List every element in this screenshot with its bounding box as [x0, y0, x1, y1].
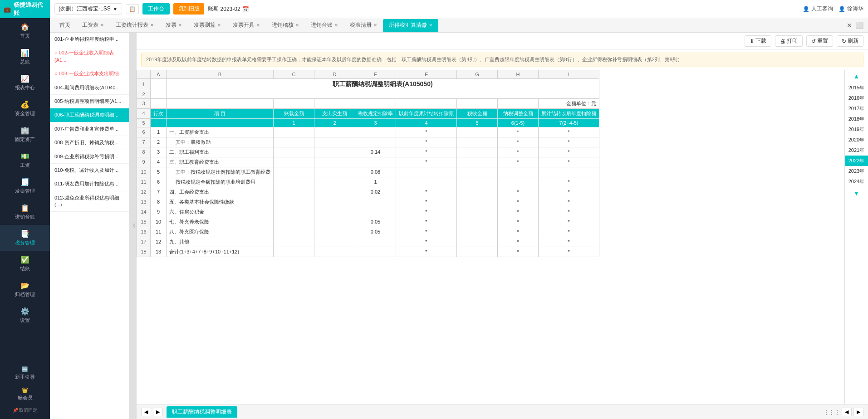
list-item-004[interactable]: 004-期间费用明细表(A1040... — [50, 81, 129, 95]
tab-payroll-report[interactable]: 工资统计报表 ✕ — [110, 19, 160, 32]
collapse-toggle[interactable]: 《 — [129, 33, 137, 419]
year-2023-btn[interactable]: 2023年 — [845, 166, 868, 176]
maximize-btn[interactable]: ⬜ — [855, 21, 864, 30]
tab-income-tax[interactable]: 所得税汇算清缴 ✕ — [383, 19, 438, 32]
tab-label: 发票开具 — [233, 21, 255, 29]
sheet-container[interactable]: A B C D E F G H I — [137, 70, 844, 404]
year-2018-btn[interactable]: 2018年 — [845, 114, 868, 124]
sidebar-item-member[interactable]: 👑 畅会员 — [2, 385, 48, 404]
sidebar-item-home[interactable]: 🏠 首页 — [0, 18, 50, 44]
col-e-header: 税收规定扣除率 — [355, 108, 396, 118]
sidebar-item-tax[interactable]: 📑 税务管理 — [0, 225, 50, 251]
list-item-007[interactable]: 007-广告费和业务宣传费单... — [50, 122, 129, 136]
tab-close-icon[interactable]: ✕ — [429, 23, 432, 28]
sheet-nav-left-btn[interactable]: ◀ — [141, 408, 151, 416]
left-panel: 001-企业所得税年度纳税申... 002-一般企业收入明细表(A1... 00… — [50, 33, 129, 419]
reset-btn[interactable]: ↺ 重置 — [806, 35, 833, 47]
year-2016-btn[interactable]: 2016年 — [845, 93, 868, 103]
tab-close-icon[interactable]: ✕ — [178, 23, 182, 28]
year-nav-up-btn[interactable]: ▲ — [851, 70, 863, 83]
tab-close-icon[interactable]: ✕ — [150, 23, 154, 28]
list-item-012[interactable]: 012-减免企业所得税优惠明细(...) — [50, 191, 129, 212]
customer-service-btn[interactable]: 👤 人工客询 — [803, 5, 833, 13]
cancel-fixed-btn[interactable]: 📌 取消固定 — [12, 405, 39, 415]
list-item-011[interactable]: 011-研发费用加计扣除优惠... — [50, 177, 129, 191]
tab-close-icon[interactable]: ✕ — [217, 23, 221, 28]
sidebar-item-payroll[interactable]: 💵 工资 — [0, 147, 50, 173]
tab-close-icon[interactable]: ✕ — [295, 23, 299, 28]
year-2015-btn[interactable]: 2015年 — [845, 83, 868, 93]
member-icon: 👑 — [22, 387, 28, 393]
refresh-btn[interactable]: ↻ 刷新 — [837, 35, 863, 47]
sidebar-item-label: 归档管理 — [15, 291, 35, 298]
switch-old-btn[interactable]: 切到旧版 — [173, 3, 204, 15]
col-g-header: 税收全额 — [457, 108, 498, 118]
tab-invoice[interactable]: 发票 ✕ — [160, 19, 188, 32]
tab-invoice-open[interactable]: 发票开具 ✕ — [227, 19, 266, 32]
company-selector[interactable]: (勿删）江西睿宝-LSS ▼ — [54, 3, 122, 15]
year-nav-down-btn[interactable]: ▼ — [851, 187, 863, 200]
download-btn[interactable]: ⬇ 下载 — [745, 35, 771, 47]
sheet-options-icon[interactable]: ⋮⋮⋮ — [824, 409, 840, 415]
tab-label: 工资统计报表 — [116, 21, 148, 29]
col-d-header: D — [314, 70, 355, 78]
copy-btn[interactable]: 📋 — [126, 4, 139, 14]
tab-label: 首页 — [59, 21, 70, 29]
sidebar-item-archive[interactable]: 📂 归档管理 — [0, 277, 50, 302]
sheet-tab[interactable]: 职工薪酬纳税调整明细表 — [167, 406, 237, 418]
list-item-010[interactable]: 010-免税、减计收入及加计... — [50, 164, 129, 177]
tab-close-icon[interactable]: ✕ — [373, 23, 377, 28]
tab-label: 进销稽核 — [272, 21, 294, 29]
sidebar-item-label: 结账 — [20, 265, 30, 272]
tab-tax-clear[interactable]: 税表清册 ✕ — [344, 19, 383, 32]
col-item-header: 项 目 — [167, 108, 274, 118]
year-2021-btn[interactable]: 2021年 — [845, 145, 868, 156]
year-2022-btn[interactable]: 2022年 — [845, 156, 868, 166]
tab-close-icon[interactable]: ✕ — [334, 23, 338, 28]
tab-invoice-calc[interactable]: 发票测算 ✕ — [188, 19, 227, 32]
sidebar-nav: 🏠 首页 📊 总账 📈 报表中心 💰 资金管理 🏢 固定资产 💵 工资 🧾 发票… — [0, 18, 50, 360]
sidebar-item-closing[interactable]: ✅ 结账 — [0, 251, 50, 277]
sidebar-item-report[interactable]: 📈 报表中心 — [0, 70, 50, 96]
notice-bar: 2019年度涉及取以前年度结转数据的申报表单元格需要手工操作正确，才能保证本年及… — [141, 53, 863, 67]
sidebar-item-label: 首页 — [20, 33, 30, 39]
year-2017-btn[interactable]: 2017年 — [845, 103, 868, 114]
tab-payroll[interactable]: 工资表 ✕ — [76, 19, 110, 32]
sidebar-item-ledger[interactable]: 📊 总账 — [0, 44, 50, 70]
list-item-003[interactable]: 003-一般企业成本支出明细... — [50, 67, 129, 81]
user-name: 徐涛华 — [847, 5, 863, 13]
close-all-btn[interactable]: ✕ — [846, 21, 853, 30]
year-2019-btn[interactable]: 2019年 — [845, 124, 868, 135]
sidebar-item-new-guide[interactable]: 🆕 新手引导 — [2, 364, 48, 383]
list-item-005[interactable]: 005-纳税调整项目明细表(A1... — [50, 95, 129, 108]
list-item-009[interactable]: 009-企业所得税弥补亏损明... — [50, 150, 129, 164]
tab-purchase-check[interactable]: 进销稽核 ✕ — [266, 19, 305, 32]
tab-purchase-ledger[interactable]: 进销台账 ✕ — [305, 19, 344, 32]
user-avatar-btn[interactable]: 👤 徐涛华 — [839, 5, 863, 13]
sidebar-item-purchase[interactable]: 📋 进销台账 — [0, 199, 50, 225]
print-btn[interactable]: 🖨 打印 — [775, 35, 803, 47]
col-b-header: B — [167, 70, 274, 78]
scroll-left-btn[interactable]: ◀ — [842, 408, 852, 416]
sidebar-item-fund[interactable]: 💰 资金管理 — [0, 96, 50, 122]
sheet-unit: 金额单位：元 — [539, 98, 599, 108]
list-item-002[interactable]: 002-一般企业收入明细表(A1... — [50, 46, 129, 67]
sidebar-item-settings[interactable]: ⚙️ 设置 — [0, 302, 50, 328]
list-item-006[interactable]: 006-职工薪酬纳税调整明细... — [50, 108, 129, 122]
table-row: 14 9 六、住房公积金 * * * — [137, 207, 599, 217]
year-2024-btn[interactable]: 2024年 — [845, 176, 868, 187]
col-f-header: 以前年度累计结转扣除额 — [396, 108, 457, 118]
workspace-btn[interactable]: 工作台 — [142, 3, 170, 15]
sidebar-item-invoice[interactable]: 🧾 发票管理 — [0, 173, 50, 199]
col-c-header: C — [274, 70, 314, 78]
tab-home[interactable]: 首页 — [54, 19, 76, 32]
tab-close-icon[interactable]: ✕ — [100, 23, 104, 28]
scroll-right-btn[interactable]: ▶ — [853, 408, 863, 416]
tab-close-icon[interactable]: ✕ — [256, 23, 260, 28]
sheet-nav-right-btn[interactable]: ▶ — [153, 408, 163, 416]
sidebar-item-fixed-asset[interactable]: 🏢 固定资产 — [0, 122, 50, 147]
tabbar: 首页 工资表 ✕ 工资统计报表 ✕ 发票 ✕ 发票测算 ✕ 发票开具 ✕ 进销稽… — [50, 18, 868, 33]
list-item-008[interactable]: 008-资产折旧、摊销及纳税... — [50, 136, 129, 150]
year-2020-btn[interactable]: 2020年 — [845, 135, 868, 145]
list-item-001[interactable]: 001-企业所得税年度纳税申... — [50, 33, 129, 46]
